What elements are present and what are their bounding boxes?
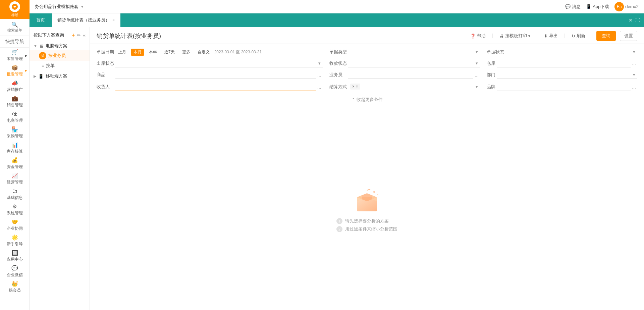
settle-value: × — [352, 84, 355, 89]
brand-input[interactable] — [497, 83, 631, 91]
app-download-btn[interactable]: 📱 App下载 — [586, 4, 609, 10]
divider2 — [537, 34, 537, 38]
sidebar-item-enterprise[interactable]: 🤝 企业协同 — [0, 217, 29, 233]
ecommerce-icon: 🛍 — [12, 111, 17, 117]
retail-icon: 🛒 — [11, 49, 18, 55]
out-status-select[interactable]: ▾ — [115, 59, 323, 67]
refresh-btn[interactable]: ↻ 刷新 — [569, 32, 588, 40]
mobile-scheme-group-header[interactable]: ▶ 📱 移动端方案 — [30, 72, 90, 81]
salesman-label: 业务员 — [329, 72, 348, 78]
scheme-item-by-order[interactable]: ≡ 按单 — [30, 61, 90, 70]
collapse-filter-btn[interactable]: ⌃ 收起更多条件 — [97, 95, 637, 105]
hint-num-1: 1 — [336, 218, 342, 224]
filter-settle: 结算方式 × × ▾ — [329, 82, 480, 91]
logo[interactable]: 标版 — [0, 0, 30, 19]
sidebar-item-base[interactable]: 🗂 基础信息 — [0, 187, 29, 202]
sidebar-item-ecommerce[interactable]: 🛍 电商管理 — [0, 109, 29, 125]
pc-scheme-group-header[interactable]: ▼ 🖥 电脑端方案 — [30, 42, 90, 50]
pc-folder-icon: 🖥 — [39, 44, 44, 49]
settle-select[interactable]: × × ▾ — [348, 82, 480, 91]
dept-label: 部门 — [487, 72, 497, 78]
scheme-panel-title: 按以下方案查询 — [34, 32, 64, 38]
active-scheme-dot: 员 — [39, 52, 46, 59]
date-btn-this-year[interactable]: 本年 — [146, 49, 160, 56]
doc-type-select[interactable]: ▾ — [348, 48, 480, 56]
page-title: 销货单统计表(按业务员) — [97, 32, 161, 40]
message-btn[interactable]: 💬 消息 — [565, 4, 581, 10]
collapse-icon: ⌃ — [352, 97, 355, 102]
filter-dept: 部门 ▾ — [487, 71, 637, 79]
salesman-input[interactable] — [348, 71, 473, 79]
avatar: Ea — [614, 2, 624, 11]
download-icon: 📱 — [586, 4, 591, 9]
sidebar-item-appcenter[interactable]: 🔲 应用中心 — [0, 248, 29, 264]
sidebar-item-sales[interactable]: 💼 销售管理 — [0, 94, 29, 109]
sidebar-item-marketing[interactable]: 📣 营销推广 — [0, 79, 29, 94]
goods-input[interactable] — [115, 71, 316, 79]
data-area: 1 请先选择要分析的方案 2 用过滤条件来缩小分析范围 — [90, 109, 644, 310]
date-btn-this-month[interactable]: 本月 — [131, 49, 144, 56]
tab-maximize-icon[interactable]: ⛶ — [635, 17, 640, 23]
export-btn[interactable]: ⬇ 导出 — [541, 32, 560, 40]
scheme-item-by-salesman[interactable]: 员 按业务员 — [30, 50, 90, 61]
sidebar-item-newuser[interactable]: 🌟 新手引导 — [0, 233, 29, 248]
print-icon: 🖨 — [499, 34, 504, 39]
date-btn-last-month[interactable]: 上月 — [115, 49, 129, 56]
divider1 — [492, 34, 493, 38]
doc-status-label: 单据状态 — [487, 49, 505, 55]
dept-select[interactable]: ▾ — [497, 71, 637, 79]
doc-type-arrow-icon: ▾ — [476, 49, 478, 54]
settle-clear-icon[interactable]: × — [356, 84, 358, 89]
sidebar-item-inventory[interactable]: 📊 库存核算 — [0, 140, 29, 156]
settings-btn[interactable]: 设置 — [620, 31, 637, 41]
payment-status-select[interactable]: ▾ — [348, 59, 480, 67]
salesman-dots-icon[interactable]: ... — [473, 72, 480, 78]
receiver-input[interactable] — [115, 83, 316, 91]
quick-nav[interactable]: 快捷导航 — [0, 36, 29, 48]
search-menu[interactable]: 🔍 搜索菜单 — [0, 19, 29, 36]
sidebar-item-wholesale[interactable]: 📦 批发管理 ▼ — [0, 63, 29, 79]
message-icon: 💬 — [565, 4, 571, 9]
date-btn-custom[interactable]: 自定义 — [195, 49, 212, 56]
date-btn-7days[interactable]: 近7天 — [162, 49, 177, 56]
sidebar-item-member[interactable]: 👑 畅会员 — [0, 279, 29, 295]
topbar: 办公用品行业模拟账套 ▾ 💬 消息 📱 App下载 Ea demo2 — [30, 0, 644, 13]
receiver-dots-icon[interactable]: ... — [316, 84, 323, 90]
purchase-icon: 🏪 — [11, 126, 18, 133]
newuser-icon: 🌟 — [11, 234, 18, 241]
doc-status-select[interactable]: ▾ — [505, 48, 637, 56]
sidebar-item-retail[interactable]: 🛒 零售管理 ▶ — [0, 48, 29, 63]
tab-close-icon[interactable]: × — [112, 18, 115, 22]
tab-home[interactable]: 首页 — [30, 13, 52, 27]
goods-label: 商品 — [97, 72, 115, 78]
user-profile-btn[interactable]: Ea demo2 — [614, 2, 639, 11]
sidebar-item-system[interactable]: ⚙ 系统管理 — [0, 202, 29, 217]
settle-arrow-icon: ▾ — [476, 84, 478, 89]
filter-payment-status: 收款状态 ▾ — [329, 59, 480, 67]
topbar-dropdown-icon[interactable]: ▾ — [81, 4, 83, 9]
goods-dots-icon[interactable]: ... — [316, 72, 323, 78]
query-btn[interactable]: 查询 — [596, 31, 616, 41]
sidebar-item-purchase[interactable]: 🏪 采购管理 — [0, 125, 29, 140]
sidebar-item-finance[interactable]: 💰 资金管理 — [0, 156, 29, 171]
left-panel-header: 按以下方案查询 + ✏ « — [30, 31, 90, 41]
payment-status-label: 收款状态 — [329, 60, 348, 66]
pc-group-arrow-icon: ▼ — [34, 44, 37, 48]
warehouse-dots-icon[interactable]: ... — [631, 61, 637, 66]
collapse-panel-icon[interactable]: « — [83, 33, 86, 38]
warehouse-input[interactable] — [497, 59, 631, 67]
sidebar-item-corpwx[interactable]: 💬 企业微信 — [0, 264, 29, 279]
add-scheme-icon[interactable]: + — [72, 32, 75, 38]
print-btn[interactable]: 🖨 按模板打印 ▾ — [497, 32, 533, 40]
tab-close-window-icon[interactable]: ✕ — [629, 17, 633, 23]
brand-dots-icon[interactable]: ... — [631, 84, 637, 90]
filter-row-2: 出库状态 ▾ 收款状态 ▾ — [97, 59, 637, 67]
help-icon: ❓ — [470, 34, 476, 39]
edit-scheme-icon[interactable]: ✏ — [77, 33, 81, 38]
base-icon: 🗂 — [12, 188, 17, 194]
help-btn[interactable]: ❓ 帮助 — [468, 32, 488, 40]
sidebar-item-operation[interactable]: 📈 经营管理 — [0, 171, 29, 187]
tab-sales-stats[interactable]: 销货单统计表（按业务员） × — [52, 13, 120, 27]
date-btn-more[interactable]: 更多 — [179, 49, 193, 56]
logo-text: 标版 — [11, 13, 18, 17]
